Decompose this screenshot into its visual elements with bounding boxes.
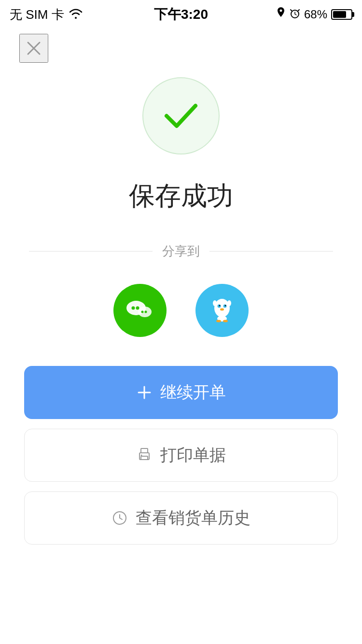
no-sim-text: 无 SIM 卡 [10, 6, 64, 23]
share-icons [29, 284, 333, 337]
success-circle [142, 77, 220, 154]
svg-point-14 [225, 305, 226, 307]
main-content: 保存成功 分享到 [0, 29, 362, 545]
share-section: 分享到 [0, 243, 362, 337]
status-right: 68% [276, 7, 352, 22]
plus-icon [136, 384, 153, 401]
svg-point-9 [214, 299, 230, 317]
share-label: 分享到 [162, 243, 200, 260]
svg-point-8 [145, 311, 147, 313]
status-left: 无 SIM 卡 [10, 6, 83, 23]
print-button[interactable]: 打印单据 [24, 429, 338, 482]
share-wechat-button[interactable] [113, 284, 167, 337]
close-button[interactable] [19, 34, 48, 63]
battery-icon [331, 9, 352, 20]
svg-rect-23 [141, 448, 148, 453]
alarm-icon [290, 7, 300, 22]
svg-point-19 [227, 300, 231, 306]
status-time: 下午3:20 [154, 5, 208, 24]
svg-point-15 [220, 308, 224, 311]
clock-icon [111, 510, 128, 526]
print-label: 打印单据 [160, 444, 226, 466]
svg-point-13 [219, 305, 221, 307]
svg-point-7 [141, 311, 144, 313]
printer-icon [136, 447, 153, 463]
svg-point-18 [213, 300, 217, 306]
checkmark-icon [159, 94, 203, 138]
history-label: 查看销货单历史 [136, 507, 251, 529]
svg-point-25 [141, 455, 142, 456]
battery-percent: 68% [304, 8, 327, 21]
svg-rect-24 [141, 456, 148, 460]
svg-point-5 [136, 307, 139, 310]
location-icon [276, 7, 286, 22]
share-qq-button[interactable] [195, 284, 249, 337]
success-title: 保存成功 [129, 179, 233, 214]
history-button[interactable]: 查看销货单历史 [24, 491, 338, 545]
continue-button[interactable]: 继续开单 [24, 366, 338, 419]
qq-icon [205, 294, 239, 327]
svg-point-16 [216, 320, 221, 322]
action-buttons: 继续开单 打印单据 查看销货单历史 [0, 366, 362, 545]
wifi-icon [69, 7, 83, 22]
continue-label: 继续开单 [160, 381, 226, 404]
wechat-icon [123, 294, 157, 327]
svg-point-4 [132, 307, 135, 310]
svg-point-17 [223, 320, 228, 322]
status-bar: 无 SIM 卡 下午3:20 68% [0, 0, 362, 29]
share-divider: 分享到 [29, 243, 333, 260]
